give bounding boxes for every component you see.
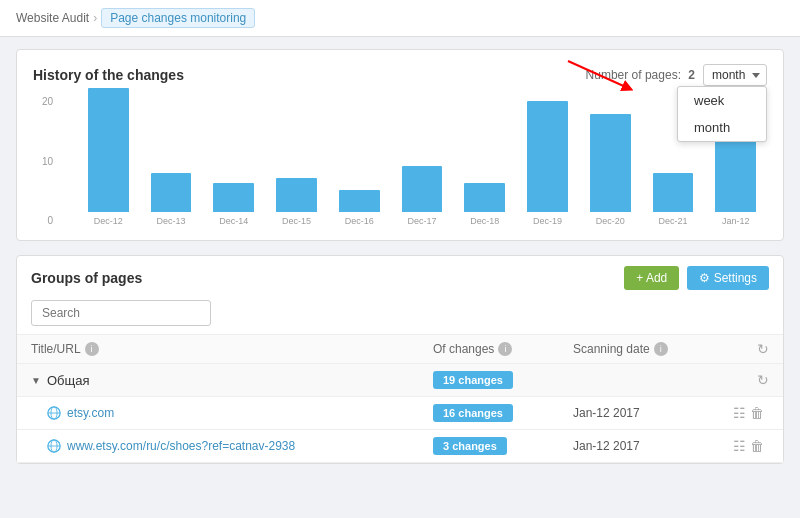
bar-group: Dec-19	[516, 101, 579, 226]
page-url-1: etsy.com	[67, 406, 114, 420]
col-refresh: ↻	[733, 341, 769, 357]
bar	[213, 183, 254, 212]
bar	[151, 173, 192, 212]
table-header: Title/URL i Of changes i Scanning date i…	[17, 334, 783, 364]
info-icon-scanning: i	[654, 342, 668, 356]
period-dropdown-popup: week month	[677, 86, 767, 142]
group-changes-badge: 19 changes	[433, 371, 573, 389]
settings-button[interactable]: ⚙ Settings	[687, 266, 769, 290]
delete-icon-2[interactable]: 🗑	[750, 438, 764, 454]
add-button[interactable]: + Add	[624, 266, 679, 290]
page-date-1: Jan-12 2017	[573, 406, 733, 420]
chart-card: History of the changes Number of pages: …	[16, 49, 784, 241]
col-of-changes: Of changes i	[433, 342, 573, 356]
bar-label: Dec-16	[345, 216, 374, 226]
breadcrumb-current: Page changes monitoring	[101, 8, 255, 28]
col-title-url: Title/URL i	[31, 342, 433, 356]
expand-icon[interactable]: ▼	[31, 375, 41, 386]
bar-label: Dec-18	[470, 216, 499, 226]
group-refresh: ↻	[733, 372, 769, 388]
groups-actions: + Add ⚙ Settings	[624, 266, 769, 290]
page-actions-2: ☷ 🗑	[733, 438, 769, 454]
bar-group: Dec-12	[77, 88, 140, 226]
dropdown-option-month[interactable]: month	[678, 114, 766, 141]
group-label: Общая	[47, 373, 90, 388]
changes-badge-1: 16 changes	[433, 404, 513, 422]
file-icon-1[interactable]: ☷	[733, 405, 746, 421]
file-icon-2[interactable]: ☷	[733, 438, 746, 454]
bar	[653, 173, 694, 212]
breadcrumb-parent[interactable]: Website Audit	[16, 11, 89, 25]
bar-label: Jan-12	[722, 216, 750, 226]
main-content: History of the changes Number of pages: …	[0, 37, 800, 476]
breadcrumb-separator: ›	[93, 11, 97, 25]
search-input[interactable]	[31, 300, 211, 326]
globe-icon-1	[47, 406, 61, 420]
delete-icon-1[interactable]: 🗑	[750, 405, 764, 421]
groups-title: Groups of pages	[31, 270, 142, 286]
bar-group: Dec-14	[202, 183, 265, 226]
info-icon-changes: i	[498, 342, 512, 356]
y-axis: 20 10 0	[33, 96, 53, 226]
groups-section: Groups of pages + Add ⚙ Settings Title/U…	[16, 255, 784, 464]
page-actions-1: ☷ 🗑	[733, 405, 769, 421]
y-label-20: 20	[33, 96, 53, 107]
group-row: ▼ Общая 19 changes ↻	[17, 364, 783, 397]
chart-container: 20 10 0 Dec-12Dec-13Dec-14Dec-15Dec-16De…	[33, 96, 767, 226]
bar-group: Dec-17	[391, 166, 454, 226]
bar-label: Dec-19	[533, 216, 562, 226]
changes-badge-2: 3 changes	[433, 437, 507, 455]
bar-label: Dec-12	[94, 216, 123, 226]
chart-controls: Number of pages: 2 week month	[586, 64, 767, 86]
bar-label: Dec-14	[219, 216, 248, 226]
refresh-icon[interactable]: ↻	[757, 372, 769, 388]
bar-label: Dec-13	[157, 216, 186, 226]
bar-label: Dec-17	[408, 216, 437, 226]
bar-group: Dec-21	[642, 173, 705, 226]
page-changes-1: 16 changes	[433, 404, 573, 422]
globe-icon-2	[47, 439, 61, 453]
page-row-1: etsy.com 16 changes Jan-12 2017 ☷ 🗑	[17, 397, 783, 430]
bar-label: Dec-15	[282, 216, 311, 226]
chart-area: Dec-12Dec-13Dec-14Dec-15Dec-16Dec-17Dec-…	[77, 96, 767, 226]
dropdown-option-week[interactable]: week	[678, 87, 766, 114]
bar-group: Dec-15	[265, 178, 328, 226]
y-label-10: 10	[33, 156, 53, 167]
bar	[88, 88, 129, 212]
period-dropdown[interactable]: week month	[703, 64, 767, 86]
bar	[590, 114, 631, 212]
chart-header: History of the changes Number of pages: …	[33, 64, 767, 86]
page-link-1: etsy.com	[47, 406, 433, 420]
bar-group: Dec-13	[140, 173, 203, 226]
bar-group: Dec-18	[453, 183, 516, 226]
bar	[402, 166, 443, 212]
page-changes-2: 3 changes	[433, 437, 573, 455]
bar	[464, 183, 505, 212]
groups-header: Groups of pages + Add ⚙ Settings	[17, 256, 783, 300]
group-name: ▼ Общая	[31, 373, 433, 388]
changes-badge-group: 19 changes	[433, 371, 513, 389]
page-row-2: www.etsy.com/ru/c/shoes?ref=catnav-2938 …	[17, 430, 783, 463]
pages-label: Number of pages: 2	[586, 68, 695, 82]
bar-label: Dec-21	[658, 216, 687, 226]
y-label-0: 0	[33, 215, 53, 226]
breadcrumb: Website Audit › Page changes monitoring	[0, 0, 800, 37]
bar-group: Dec-16	[328, 190, 391, 226]
chart-title: History of the changes	[33, 67, 184, 83]
refresh-header-icon[interactable]: ↻	[757, 341, 769, 357]
bar	[527, 101, 568, 212]
page-date-2: Jan-12 2017	[573, 439, 733, 453]
bar-group: Dec-20	[579, 114, 642, 226]
info-icon-title: i	[85, 342, 99, 356]
bar	[276, 178, 317, 212]
bar-label: Dec-20	[596, 216, 625, 226]
page-link-2: www.etsy.com/ru/c/shoes?ref=catnav-2938	[47, 439, 433, 453]
search-bar	[17, 300, 783, 334]
col-scanning-date: Scanning date i	[573, 342, 733, 356]
bar	[339, 190, 380, 212]
page-url-2: www.etsy.com/ru/c/shoes?ref=catnav-2938	[67, 439, 295, 453]
